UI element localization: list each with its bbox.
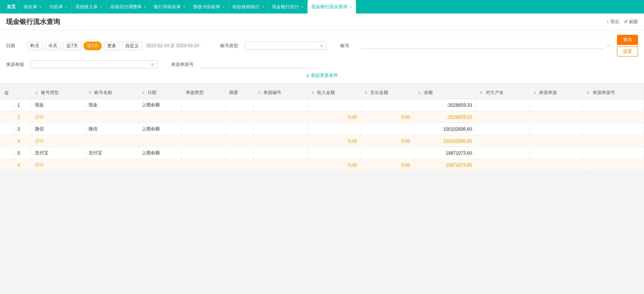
table-cell <box>254 99 307 111</box>
table-row: 2小计0.000.00-3528659.33 <box>0 111 644 123</box>
account-type-select[interactable]: ∨ <box>244 42 327 50</box>
table-cell: 4 <box>14 135 31 147</box>
table-cell: -3528659.33 <box>414 99 476 111</box>
close-icon[interactable]: × <box>144 5 146 9</box>
settings-button[interactable]: 设置 <box>617 46 638 57</box>
date-btn-custom[interactable]: 自定义 <box>122 42 142 50</box>
table-cell <box>182 99 225 111</box>
sort-arrows-icon: ⇅ <box>533 91 536 95</box>
close-icon[interactable]: × <box>262 5 264 9</box>
table-cell <box>254 135 307 147</box>
refresh-icon: ↺ <box>624 19 627 24</box>
close-icon[interactable]: × <box>100 5 102 9</box>
source-doc-select[interactable]: ∨ <box>30 60 158 69</box>
close-icon[interactable]: × <box>350 5 352 9</box>
top-navigation: 首页 收款单 × 付款单 × 其他收入单 × 应收应付调整单 × 银行存取款单 … <box>0 0 644 13</box>
table-cell <box>182 111 225 123</box>
col-source-doc[interactable]: ⇅ 来源单据 <box>529 87 582 99</box>
table-cell: 0.00 <box>307 111 360 123</box>
table-body: 1现金现金上期余额-3528659.332小计0.000.00-3528659.… <box>0 99 644 171</box>
table-cell <box>254 159 307 171</box>
table-row: 1现金现金上期余额-3528659.33 <box>0 99 644 111</box>
account-input[interactable] <box>361 43 603 49</box>
source-doc-no-input[interactable] <box>200 61 320 69</box>
table-cell: 微信 <box>84 123 138 135</box>
sort-arrows-icon: ⇅ <box>142 91 145 95</box>
table-cell <box>529 99 582 111</box>
col-doc-type: 单据类型 <box>182 87 225 99</box>
query-button[interactable]: 查询 <box>617 35 638 45</box>
table-cell: 上期余额 <box>138 147 182 159</box>
table-row: 6小计0.000.0019871073.60 <box>0 159 644 171</box>
table-cell: 0.00 <box>307 135 360 147</box>
table-cell <box>84 111 138 123</box>
filter-row-date: 日期 昨天 今天 近7天 近1月 更多 自定义 2023-02-24 至 202… <box>6 35 638 57</box>
table-cell: 2 <box>14 111 31 123</box>
table-cell <box>0 159 14 171</box>
col-account-name[interactable]: ⇅ 账号名称 <box>84 87 138 99</box>
close-icon[interactable]: × <box>183 5 185 9</box>
table-cell <box>0 135 14 147</box>
table-cell: 小计 <box>31 111 84 123</box>
export-button[interactable]: ↑ 导出 <box>606 19 619 25</box>
table-row: 5支付宝支付宝上期余额19871073.60 <box>0 147 644 159</box>
nav-tab-prepaid[interactable]: 预收冲应收单 × <box>189 0 229 13</box>
col-expense[interactable]: ⇅ 支出金额 <box>360 87 414 99</box>
col-num <box>14 87 31 99</box>
date-btn-7days[interactable]: 近7天 <box>63 42 81 50</box>
collapse-arrow-icon: ∧ <box>306 73 309 78</box>
date-btn-1month[interactable]: 近1月 <box>84 42 102 50</box>
col-account-type[interactable]: ⇅ 账号类型 <box>31 87 84 99</box>
source-doc-value <box>33 62 35 67</box>
date-label: 日期 <box>6 43 21 49</box>
table-cell <box>0 123 14 135</box>
col-balance[interactable]: ⇅ 余额 <box>414 87 476 99</box>
nav-tab-other-income[interactable]: 其他收入单 × <box>72 0 107 13</box>
col-source-doc-no[interactable]: ⇅ 来源单据号 <box>583 87 644 99</box>
table-cell: 小计 <box>31 135 84 147</box>
table-cell <box>138 159 182 171</box>
nav-tab-cash-flow[interactable]: 现金银行流水查询 × <box>308 0 356 13</box>
more-dots-icon[interactable]: ··· <box>606 42 611 49</box>
date-btn-more[interactable]: 更多 <box>104 42 120 50</box>
table-header-row: ⚙ ⇅ 账号类型 ⇅ 账号名称 ⇅ 日期 单据类型 <box>0 87 644 99</box>
nav-tab-payments[interactable]: 付款单 × <box>46 0 72 13</box>
date-btn-today[interactable]: 今天 <box>45 42 61 50</box>
nav-tab-receipts[interactable]: 收款单 × <box>20 0 46 13</box>
nav-tab-cash-stats[interactable]: 现金银行统计 × <box>268 0 308 13</box>
table-cell <box>254 147 307 159</box>
table-cell <box>476 159 529 171</box>
table-cell: 5 <box>14 147 31 159</box>
col-date[interactable]: ⇅ 日期 <box>138 87 182 99</box>
col-settings: ⚙ <box>0 87 14 99</box>
table-cell <box>182 123 225 135</box>
table-cell <box>307 99 360 111</box>
table-cell: 支付宝 <box>84 147 138 159</box>
col-counterpart[interactable]: ⇅ 对方户名 <box>476 87 529 99</box>
close-icon[interactable]: × <box>301 5 303 9</box>
sort-arrows-icon: ⇅ <box>258 91 261 95</box>
table-cell: 0.00 <box>360 111 414 123</box>
date-btn-yesterday[interactable]: 昨天 <box>27 42 43 50</box>
account-label: 账号 <box>340 43 355 49</box>
table-cell: 支付宝 <box>31 147 84 159</box>
table-cell: 0.00 <box>360 159 414 171</box>
close-icon[interactable]: × <box>39 5 42 9</box>
nav-tab-ar-ap-adj[interactable]: 应收应付调整单 × <box>107 0 150 13</box>
refresh-button[interactable]: ↺ 刷新 <box>624 19 638 25</box>
table-row: 4小计0.000.00100102606.60 <box>0 135 644 147</box>
close-icon[interactable]: × <box>222 5 225 9</box>
table-settings-icon[interactable]: ⚙ <box>4 90 9 96</box>
col-income[interactable]: ⇅ 收入金额 <box>307 87 360 99</box>
table-cell: -3528659.33 <box>414 111 476 123</box>
nav-tab-bank-deposit[interactable]: 银行存取款单 × <box>150 0 189 13</box>
table-cell <box>360 123 414 135</box>
collapse-bar[interactable]: ∧ 收起更多条件 <box>6 72 638 79</box>
close-icon[interactable]: × <box>65 5 68 9</box>
col-doc-no[interactable]: ⇅ 单据编号 <box>254 87 307 99</box>
nav-tab-home[interactable]: 首页 <box>3 0 20 13</box>
data-table-container: ⚙ ⇅ 账号类型 ⇅ 账号名称 ⇅ 日期 单据类型 <box>0 87 644 171</box>
nav-tab-verify[interactable]: 收款核销执行 × <box>229 0 268 13</box>
account-type-value <box>248 43 249 48</box>
page-header: 现金银行流水查询 ↑ 导出 ↺ 刷新 <box>0 13 644 30</box>
